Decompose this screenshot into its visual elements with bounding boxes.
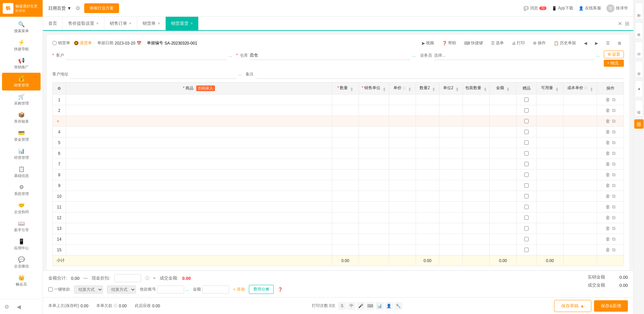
one-click-payment[interactable]: 一键收款 <box>48 287 70 292</box>
shortcut-btn[interactable]: ⌨ 快捷键 <box>462 39 486 47</box>
video-btn[interactable]: ▶ 视频 <box>419 39 437 47</box>
daily-goods-selector[interactable]: 日用百货 ▼ <box>48 5 71 11</box>
rp-btn-1[interactable]: 附 <box>635 3 643 19</box>
view-grid-btn[interactable]: ⊞ <box>615 40 624 47</box>
copy-row-1[interactable]: ⧉ <box>612 97 615 103</box>
tab-sales-order-close[interactable]: × <box>129 21 131 26</box>
sidebar-item-enterprise[interactable]: 🤝 企业协同 <box>2 199 41 217</box>
user-menu[interactable]: 徐 徐泽华 <box>606 4 628 12</box>
costprice-cell-2[interactable] <box>564 105 597 116</box>
gift-checkbox-1[interactable] <box>524 98 529 102</box>
topbar-settings-btn[interactable]: ⚙ <box>75 5 80 11</box>
sidebar-item-basic[interactable]: 📋 基础信息 <box>2 163 41 181</box>
unit2-cell-3[interactable] <box>439 116 463 127</box>
pkgqty-sort[interactable]: ▲▼ <box>484 87 487 91</box>
split-help-icon[interactable]: ❓ <box>278 287 283 292</box>
discount-info-icon[interactable]: ⓘ <box>145 275 149 281</box>
amount-cell-2[interactable] <box>490 105 517 116</box>
available-cell-2[interactable] <box>537 105 564 116</box>
nav-next-btn[interactable]: ▶ <box>592 40 601 47</box>
ime-btn-1[interactable]: S <box>338 302 346 310</box>
sidebar-item-sales[interactable]: 💰 销售管理 <box>2 73 41 90</box>
sidebar-item-operations[interactable]: 📊 经营管理 <box>2 145 41 163</box>
ime-btn-7[interactable]: 🔧 <box>394 302 402 310</box>
view-list-btn[interactable]: ☰ <box>603 40 612 47</box>
sidebar-item-guide[interactable]: 📖 新手引导 <box>2 217 41 235</box>
experience-button[interactable]: 体验行业方案 <box>84 3 119 13</box>
warehouse-ellipsis[interactable]: ... <box>413 53 416 58</box>
costprice-sort[interactable]: ▲▼ <box>590 87 593 91</box>
copy-row-10[interactable]: ⧉ <box>612 193 615 199</box>
delete-row-1[interactable]: 🗑 <box>605 97 610 103</box>
sidebar-item-shortcuts[interactable]: ⚡ 快捷导航 <box>2 37 41 54</box>
delete-row-5[interactable]: 🗑 <box>605 140 610 145</box>
settings-btn[interactable]: ⚙ 设置 <box>604 51 624 58</box>
remark-input[interactable] <box>256 69 624 79</box>
sidebar-item-apps[interactable]: 📱 应用中心 <box>2 236 41 253</box>
rp-btn-4[interactable]: 存 <box>635 61 643 78</box>
ime-btn-5[interactable]: 📊 <box>376 302 384 310</box>
address-ellipsis[interactable]: ... <box>238 72 241 76</box>
add-logistics-btn[interactable]: + 物流 <box>604 60 624 67</box>
single-debt-info[interactable]: ⓘ <box>114 303 117 308</box>
unit-cell-1[interactable] <box>359 95 389 105</box>
pkgqty-cell-3[interactable] <box>463 116 490 127</box>
amount-sort[interactable]: ▲▼ <box>506 87 510 91</box>
print-btn[interactable]: 🖨 打印 <box>509 39 528 47</box>
tab-home[interactable]: 首页 <box>43 17 63 30</box>
delete-row-15[interactable]: 🗑 <box>605 247 610 253</box>
rp-orange-btn[interactable]: ⊞ <box>634 119 644 129</box>
sidebar-item-search[interactable]: 🔍 搜索菜单 <box>2 18 41 36</box>
price-sort[interactable]: ▲▼ <box>408 87 411 91</box>
rp-btn-3[interactable]: 付 <box>635 42 643 58</box>
history-btn[interactable]: 📋 历史单据 <box>551 39 579 47</box>
gift-checkbox-2[interactable] <box>524 108 529 113</box>
unit2-cell-1[interactable] <box>439 95 463 105</box>
delete-row-11[interactable]: 🗑 <box>605 204 610 210</box>
online-service-btn[interactable]: 👤 在线客服 <box>579 5 601 11</box>
rp-btn-6[interactable]: 链 <box>635 100 643 117</box>
product-cell-2[interactable] <box>66 105 332 116</box>
scan-btn[interactable]: 扫码录入 <box>196 85 215 91</box>
nav-prev-btn[interactable]: ◀ <box>581 40 590 47</box>
tab-close-all-btn[interactable]: ✕ <box>618 20 622 27</box>
price-cell-2[interactable] <box>389 105 416 116</box>
delete-row-13[interactable]: 🗑 <box>605 226 610 231</box>
th-settings[interactable]: ⚙ <box>53 82 66 95</box>
tab-sales-delivery-close[interactable]: × <box>158 21 160 26</box>
calendar-icon[interactable]: 📅 <box>137 41 142 46</box>
unit2-cell-2[interactable] <box>439 105 463 116</box>
product-cell-1[interactable] <box>66 95 332 105</box>
customer-ellipsis[interactable]: ... <box>229 53 232 58</box>
copy-row-3[interactable]: ⧉ <box>612 118 615 124</box>
copy-row-4[interactable]: ⧉ <box>612 129 615 135</box>
product-input-3[interactable] <box>68 119 330 124</box>
qty2-cell-1[interactable] <box>416 95 439 105</box>
qty-cell-2[interactable] <box>332 105 359 116</box>
costprice-cell-3[interactable] <box>564 116 597 127</box>
qty-cell-1[interactable] <box>332 95 359 105</box>
gift-cell-1[interactable] <box>517 95 537 105</box>
delete-row-4[interactable]: 🗑 <box>605 129 610 135</box>
unit2-sort[interactable]: ▲▼ <box>455 87 459 91</box>
available-cell-1[interactable] <box>537 95 564 105</box>
sidebar-item-member[interactable]: 👑 畅会员 <box>2 272 41 290</box>
sidebar-item-marketing[interactable]: 📢 营销推广 <box>2 55 41 72</box>
price-cell-1[interactable] <box>389 95 416 105</box>
expense-split-btn[interactable]: 费用分摊 <box>249 285 274 294</box>
save-new-button[interactable]: 保存&新增 <box>594 300 628 312</box>
ime-btn-4[interactable]: ⌨ <box>366 302 374 310</box>
copy-row-5[interactable]: ⧉ <box>612 140 615 145</box>
radio-return-input[interactable] <box>74 41 78 45</box>
account-input[interactable] <box>157 286 184 294</box>
costprice-info-icon[interactable]: ⓘ <box>584 86 588 90</box>
operate-btn[interactable]: ⚙ 操作 <box>530 39 548 47</box>
notification-btn[interactable]: 💬 消息 70 <box>524 5 546 11</box>
copy-row-7[interactable]: ⧉ <box>612 161 615 167</box>
qty-sort[interactable]: ▲▼ <box>350 87 354 91</box>
product-cell-3[interactable] <box>66 116 332 127</box>
bottom-amount-input[interactable] <box>202 286 229 294</box>
delete-row-8[interactable]: 🗑 <box>605 172 610 178</box>
amount-cell-1[interactable] <box>490 95 517 105</box>
tab-sales-return-close[interactable]: × <box>191 21 193 26</box>
